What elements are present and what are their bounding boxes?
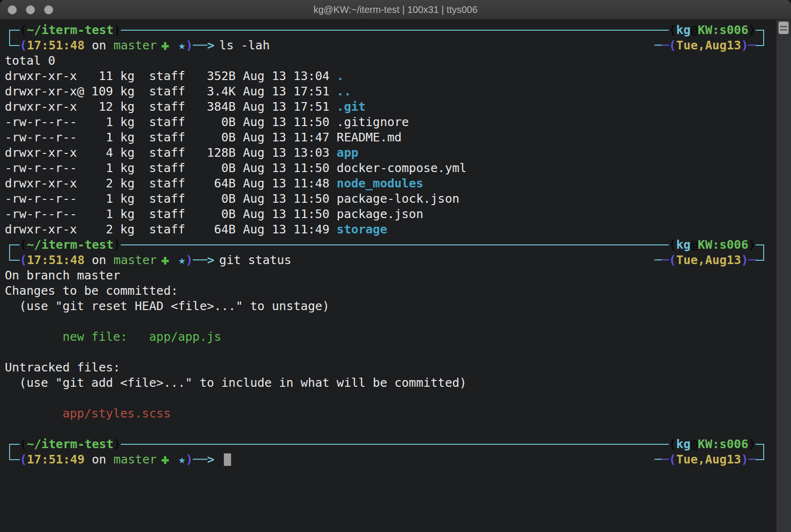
ls-row-meta: drwxr-xr-x 2 kg staff 64B Aug 13 11:49	[5, 222, 337, 236]
prompt-frame-hline	[121, 244, 669, 245]
git-status-output: On branch master Changes to be committed…	[5, 268, 791, 437]
ls-row: drwxr-xr-x 11 kg staff 352B Aug 13 13:04…	[5, 69, 791, 84]
ls-row-meta: -rw-r--r-- 1 kg staff 0B Aug 13 11:50	[5, 161, 337, 175]
paren: )	[114, 23, 121, 38]
git-status-line: (use "git reset HEAD <file>..." to unsta…	[5, 299, 791, 314]
ls-row-meta: -rw-r--r-- 1 kg staff 0B Aug 13 11:50	[5, 207, 337, 221]
ls-row-filename: ..	[337, 84, 351, 98]
git-branch-name: master	[114, 253, 157, 268]
shell-prompt-current: (~/iterm-test)(kg@KW:s006) (17:51:49 on …	[5, 437, 764, 467]
ls-row: -rw-r--r-- 1 kg staff 0B Aug 13 11:47 RE…	[5, 130, 791, 145]
git-status-line: On branch master	[5, 268, 791, 283]
prompt-frame-corner	[9, 30, 20, 31]
git-status-line: app/styles.scss	[5, 406, 791, 421]
paren: ─(	[662, 452, 676, 467]
git-dirty-plus-icon	[162, 456, 169, 464]
paren: ─(	[662, 253, 676, 268]
ls-row-filename: .git	[337, 100, 365, 114]
prompt-bottom-row: (17:51:48 on master ★)──>git status──(Tu…	[5, 253, 764, 268]
at-sign: @	[691, 237, 698, 253]
prompt-top-row: (~/iterm-test)(kg@KW:s006)	[5, 23, 764, 38]
scrollbar-track[interactable]	[776, 20, 791, 532]
terminal-cursor[interactable]	[224, 453, 231, 466]
prompt-date: Tue,Aug13	[676, 452, 741, 467]
prompt-arrow-icon: ──>	[193, 452, 214, 467]
git-status-line	[5, 314, 791, 329]
command-text: git status	[219, 253, 291, 268]
ls-row-filename: storage	[337, 222, 387, 236]
paren: )	[186, 253, 193, 268]
paren: (	[669, 237, 676, 253]
prompt-cwd: ~/iterm-test	[27, 237, 114, 253]
paren: )	[748, 237, 756, 253]
paren: (	[20, 437, 27, 452]
ls-row-meta: drwxr-xr-x 2 kg staff 64B Aug 13 11:48	[5, 176, 337, 190]
terminal-screen[interactable]: (~/iterm-test)(kg@KW:s006) (17:51:48 on …	[0, 20, 791, 532]
paren: )	[114, 437, 121, 452]
terminal-window: kg@KW:~/iterm-test | 100x31 | ttys006 (~…	[0, 0, 791, 532]
git-status-text: new file: app/app.js	[5, 330, 221, 344]
ls-row-filename: package-lock.json	[337, 192, 459, 206]
ls-output: total 0 drwxr-xr-x 11 kg staff 352B Aug …	[5, 53, 791, 237]
paren: ─(	[662, 38, 676, 53]
ls-row-filename: docker-compose.yml	[337, 161, 466, 175]
prompt-host-session: KW:s006	[698, 437, 748, 452]
paren: )	[186, 452, 193, 467]
ls-row-filename: README.md	[337, 130, 401, 144]
prompt-frame-hline	[121, 444, 669, 445]
paren: (	[669, 23, 676, 38]
ls-row: -rw-r--r-- 1 kg staff 0B Aug 13 11:50 pa…	[5, 207, 791, 222]
prompt-frame-corner	[9, 45, 20, 46]
paren: )	[186, 38, 193, 53]
ls-row-meta: drwxr-xr-x@ 109 kg staff 3.4K Aug 13 17:…	[5, 84, 337, 98]
prompt-date: Tue,Aug13	[676, 38, 741, 53]
prompt-arrow-icon: ──>	[193, 38, 214, 53]
ls-row: drwxr-xr-x 12 kg staff 384B Aug 13 17:51…	[5, 99, 791, 115]
ls-row: -rw-r--r-- 1 kg staff 0B Aug 13 11:50 .g…	[5, 115, 791, 130]
window-titlebar: kg@KW:~/iterm-test | 100x31 | ttys006	[0, 0, 791, 20]
prompt-bottom-row: (17:51:49 on master ★)──>──(Tue,Aug13)─	[5, 452, 764, 467]
prompt-time: 17:51:48	[27, 38, 84, 53]
paren: )─	[741, 38, 756, 53]
ls-row-meta: -rw-r--r-- 1 kg staff 0B Aug 13 11:50	[5, 192, 337, 206]
scrollbar-thumb-icon[interactable]	[779, 22, 789, 34]
git-status-line	[5, 391, 791, 406]
ls-row-meta: total 0	[5, 54, 55, 68]
on-label: on	[84, 452, 113, 467]
prompt-host-session: KW:s006	[698, 23, 748, 38]
prompt-user: kg	[676, 23, 690, 38]
paren: )─	[741, 452, 756, 467]
git-status-line	[5, 421, 791, 437]
git-branch-name: master	[114, 38, 157, 53]
paren: (	[20, 452, 27, 467]
git-status-text: Changes to be committed:	[5, 284, 178, 298]
ls-row: drwxr-xr-x@ 109 kg staff 3.4K Aug 13 17:…	[5, 84, 791, 99]
ls-row-filename: node_modules	[337, 176, 423, 190]
at-sign: @	[691, 23, 698, 38]
paren: )	[748, 437, 756, 452]
git-status-line: new file: app/app.js	[5, 329, 791, 345]
ls-row-meta: drwxr-xr-x 4 kg staff 128B Aug 13 13:03	[5, 146, 337, 160]
prompt-frame-right-line	[763, 444, 764, 460]
ls-row: drwxr-xr-x 2 kg staff 64B Aug 13 11:48 n…	[5, 176, 791, 191]
prompt-cwd: ~/iterm-test	[27, 437, 114, 452]
ls-row-filename: .gitignore	[337, 115, 409, 129]
ls-row-filename: app	[337, 146, 358, 160]
paren: (	[669, 437, 676, 452]
prompt-cwd: ~/iterm-test	[27, 23, 114, 38]
window-title: kg@KW:~/iterm-test | 100x31 | ttys006	[0, 4, 791, 15]
git-branch-name: master	[114, 452, 157, 467]
prompt-frame-corner	[9, 444, 20, 445]
prompt-user: kg	[676, 437, 690, 452]
ls-row-meta: -rw-r--r-- 1 kg staff 0B Aug 13 11:47	[5, 130, 337, 144]
git-status-line: Untracked files:	[5, 360, 791, 375]
prompt-frame-corner	[9, 260, 20, 261]
git-status-line	[5, 345, 791, 360]
prompt-bottom-row: (17:51:48 on master ★)──>ls -lah──(Tue,A…	[5, 38, 764, 53]
git-status-line: Changes to be committed:	[5, 283, 791, 299]
git-status-text: Untracked files:	[5, 360, 120, 374]
prompt-user: kg	[676, 237, 690, 253]
git-status-text: On branch master	[5, 268, 120, 282]
prompt-arrow-icon: ──>	[193, 253, 214, 268]
prompt-frame-left-line	[9, 244, 10, 260]
